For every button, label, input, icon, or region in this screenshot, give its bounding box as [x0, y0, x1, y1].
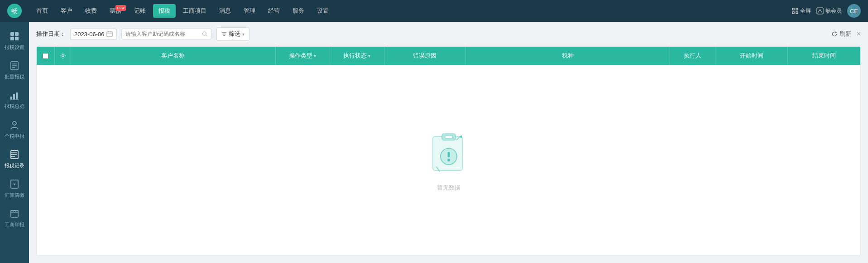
svg-line-38	[206, 35, 207, 36]
calendar-icon	[106, 31, 113, 37]
svg-rect-46	[445, 136, 452, 138]
batch-tax-icon	[8, 59, 21, 72]
sidebar-settlement-label: 汇算清缴	[5, 192, 24, 198]
svg-rect-6	[817, 8, 823, 14]
sidebar-item-batch-tax[interactable]: 批量报税	[0, 55, 29, 84]
chevron-down-icon: ▾	[242, 32, 245, 37]
search-icon	[202, 31, 208, 37]
sidebar-item-annual-report[interactable]: 工商年报	[0, 203, 29, 232]
th-executor: 执行人	[670, 47, 715, 65]
sidebar-item-tax-settings[interactable]: 报税设置	[0, 25, 29, 55]
settings-icon	[59, 52, 67, 59]
sidebar: 报税设置 批量报税 报税总览	[0, 22, 29, 263]
nav-items: 首页 客户 收费 票据 new 记账 报税 工商项目 消息 管理 经营 服务 设…	[31, 4, 792, 18]
sidebar-item-personal-tax[interactable]: 个税申报	[0, 114, 29, 144]
svg-rect-7	[10, 32, 14, 36]
svg-rect-5	[796, 12, 798, 14]
nav-message[interactable]: 消息	[214, 4, 236, 18]
nav-home[interactable]: 首页	[31, 4, 53, 18]
table-body: 暂无数据	[37, 65, 860, 255]
th-start-time: 开始时间	[715, 47, 788, 65]
svg-rect-17	[16, 93, 18, 99]
th-checkbox	[37, 47, 55, 65]
svg-text:¥: ¥	[13, 182, 16, 186]
th-tax: 税种	[466, 47, 671, 65]
filter-label: 筛选	[229, 30, 240, 38]
nav-operation[interactable]: 经营	[263, 4, 285, 18]
sidebar-personal-tax-label: 个税申报	[5, 133, 24, 139]
th-op-type: 操作类型 ▾	[276, 47, 330, 65]
svg-rect-2	[792, 8, 794, 10]
close-button[interactable]: ×	[857, 30, 861, 38]
sidebar-annual-report-label: 工商年报	[5, 222, 24, 228]
svg-text:畅: 畅	[11, 7, 18, 15]
empty-text: 暂无数据	[437, 184, 460, 192]
toolbar-right: 刷新 ×	[831, 30, 861, 38]
svg-point-37	[202, 32, 206, 35]
member-label: 畅会员	[825, 7, 842, 15]
op-type-filter-icon[interactable]: ▾	[314, 54, 316, 58]
refresh-label: 刷新	[839, 30, 851, 38]
svg-point-19	[13, 122, 16, 125]
avatar[interactable]: CE	[847, 4, 861, 18]
svg-rect-10	[15, 37, 19, 40]
refresh-icon	[831, 31, 838, 37]
th-error: 错误原因	[384, 47, 466, 65]
settlement-icon: ¥	[8, 178, 21, 190]
svg-point-49	[447, 159, 450, 161]
filter-button[interactable]: 筛选 ▾	[216, 27, 249, 41]
nav-service[interactable]: 服务	[287, 4, 310, 18]
table-container: 客户名称 操作类型 ▾ 执行状态 ▾ 错误原因 税种 执行人 开始时间 结束时间	[36, 46, 861, 256]
search-input[interactable]	[125, 31, 199, 37]
svg-rect-29	[11, 210, 18, 217]
tax-overview-icon	[8, 89, 21, 102]
status-filter-icon[interactable]: ▾	[368, 54, 370, 58]
svg-point-25	[11, 154, 12, 155]
refresh-button[interactable]: 刷新	[831, 30, 851, 38]
sidebar-batch-tax-label: 批量报税	[5, 74, 24, 80]
th-end-time: 结束时间	[788, 47, 860, 65]
nav-right: 全屏 畅会员 CE	[792, 4, 861, 18]
empty-state: 暂无数据	[408, 110, 489, 210]
empty-illustration	[426, 128, 471, 178]
sidebar-tax-record-label: 报税记录	[5, 163, 24, 169]
logo[interactable]: 畅	[7, 4, 22, 18]
nav-client[interactable]: 客户	[55, 4, 78, 18]
nav-manage[interactable]: 管理	[238, 4, 261, 18]
sidebar-item-tax-record[interactable]: 报税记录	[0, 144, 29, 173]
nav-settings[interactable]: 设置	[312, 4, 334, 18]
th-client: 客户名称	[71, 47, 276, 65]
nav-business[interactable]: 工商项目	[177, 4, 212, 18]
svg-rect-15	[10, 97, 12, 99]
sidebar-item-settlement[interactable]: ¥ 汇算清缴	[0, 173, 29, 203]
nav-invoice[interactable]: 票据 new	[104, 4, 127, 18]
sidebar-tax-overview-label: 报税总览	[5, 103, 24, 109]
select-all-checkbox[interactable]	[43, 53, 48, 59]
personal-tax-icon	[8, 119, 21, 132]
filter-icon	[221, 31, 227, 37]
svg-point-43	[62, 55, 64, 57]
fullscreen-label: 全屏	[800, 7, 811, 15]
svg-marker-51	[460, 135, 462, 138]
nav-fee[interactable]: 收费	[80, 4, 102, 18]
toolbar: 操作日期： 2023-06-06	[29, 22, 868, 46]
date-label: 操作日期：	[36, 30, 66, 38]
search-box[interactable]	[121, 29, 212, 39]
content-area: 操作日期： 2023-06-06	[29, 22, 868, 263]
nav-tax[interactable]: 报税	[153, 4, 176, 18]
table-header: 客户名称 操作类型 ▾ 执行状态 ▾ 错误原因 税种 执行人 开始时间 结束时间	[37, 47, 860, 65]
date-input[interactable]: 2023-06-06	[70, 29, 117, 40]
nav-bookkeeping[interactable]: 记账	[129, 4, 151, 18]
sidebar-item-tax-overview[interactable]: 报税总览	[0, 84, 29, 114]
th-settings	[55, 47, 71, 65]
svg-rect-16	[13, 94, 15, 99]
tax-settings-icon	[8, 30, 21, 43]
sidebar-tax-settings-label: 报税设置	[5, 44, 24, 50]
new-badge: new	[115, 5, 126, 11]
svg-rect-33	[107, 32, 112, 37]
svg-rect-4	[792, 12, 794, 14]
tax-record-icon	[8, 148, 21, 161]
fullscreen-button[interactable]: 全屏	[792, 7, 811, 15]
date-value: 2023-06-06	[74, 31, 105, 38]
member-button[interactable]: 畅会员	[816, 7, 842, 15]
